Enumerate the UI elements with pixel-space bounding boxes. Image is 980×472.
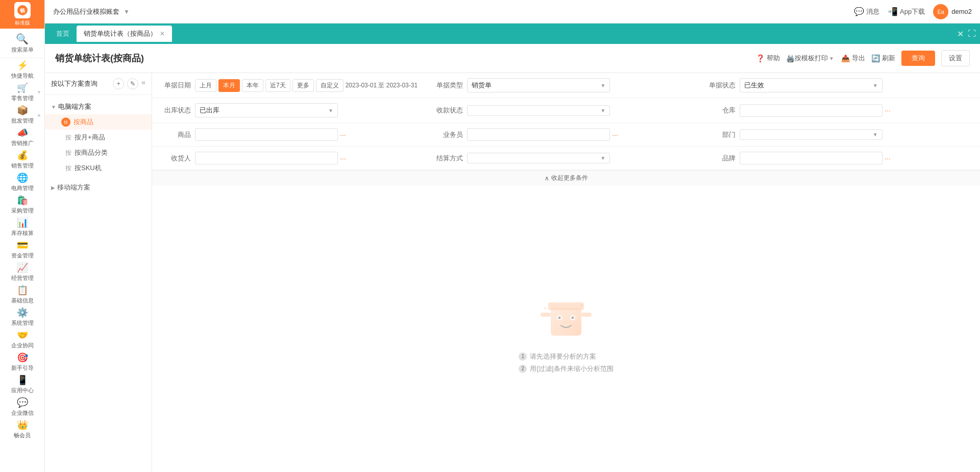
inventory-icon: 📊 — [17, 217, 28, 228]
add-scheme-btn[interactable]: + — [113, 78, 124, 89]
tree-item-by-sku[interactable]: 按 按SKU机 — [45, 160, 152, 176]
sidebar-item-retail[interactable]: 🛒 零售管理 ▼ — [0, 81, 45, 103]
settings-btn[interactable]: 设置 — [941, 50, 970, 66]
status-filter-cell: 单据状态 已生效 ▼ — [705, 78, 972, 92]
product-browse-icon[interactable]: ··· — [340, 131, 346, 139]
user-profile[interactable]: Ea demo2 — [933, 4, 972, 19]
svg-text:✦: ✦ — [543, 305, 547, 311]
print-label: 按模板打印 — [795, 54, 828, 63]
desktop-section-header[interactable]: ▼ 电脑端方案 — [45, 99, 152, 114]
by-sku-label: 按SKU机 — [75, 163, 102, 173]
sidebar-item-inventory[interactable]: 📊 库存核算 — [0, 216, 45, 238]
date-this-month-btn[interactable]: 本月 — [218, 79, 240, 92]
product-input-wrapper: ··· — [195, 128, 427, 141]
refresh-btn[interactable]: 🔄 刷新 — [871, 54, 895, 63]
salesperson-browse-icon[interactable]: ··· — [612, 131, 618, 139]
product-filter-cell: 商品 ··· — [160, 128, 427, 141]
print-dropdown-icon[interactable]: ▼ — [828, 56, 835, 61]
empty-tips: 1 请先选择要分析的方案 2 用[过滤]条件来缩小分析范围 — [519, 352, 613, 373]
payment-status-select[interactable]: ▼ — [467, 105, 610, 116]
message-btn[interactable]: 💬 消息 — [854, 7, 879, 16]
sidebar-item-wechat[interactable]: 💬 企业微信 — [0, 395, 45, 418]
export-btn[interactable]: 📤 导出 — [841, 54, 865, 63]
member-label: 畅会员 — [14, 432, 31, 439]
date-7days-btn[interactable]: 近7天 — [265, 79, 290, 92]
collapse-panel-icon[interactable]: « — [141, 78, 145, 89]
tab-stats[interactable]: 销货单统计表（按商品） ✕ — [77, 26, 172, 42]
sidebar-item-basic[interactable]: 📋 基础信息 — [0, 283, 45, 305]
storage-input-wrapper: ··· — [740, 104, 972, 117]
warehouse-dropdown-icon: ▼ — [328, 108, 333, 113]
sidebar-item-sales[interactable]: 💰 销售管理 — [0, 148, 45, 171]
wholesale-label: 批发管理 — [11, 117, 34, 125]
search-menu-item[interactable]: 🔍 搜索菜单 — [0, 29, 45, 58]
logo-icon: 畅 — [14, 2, 31, 18]
date-last-month-btn[interactable]: 上月 — [195, 79, 216, 92]
tab-home[interactable]: 首页 — [49, 26, 77, 42]
salesperson-filter-cell: 业务员 ··· — [432, 128, 699, 141]
payment-method-select[interactable]: ▼ — [467, 153, 610, 163]
payment-method-dropdown-icon: ▼ — [600, 155, 605, 161]
by-month-product-label: 按月+商品 — [75, 133, 105, 142]
sku-icon: 按 — [65, 164, 71, 173]
date-this-year-btn[interactable]: 本年 — [242, 79, 263, 92]
enterprise-label: 企业协同 — [11, 342, 34, 349]
filter-row-2: 出库状态 已出库 ▼ 收款状态 ▼ 仓库 — [152, 98, 980, 123]
product-input[interactable] — [195, 128, 338, 141]
receiver-input[interactable] — [195, 152, 338, 164]
payment-status-filter-cell: 收款状态 ▼ — [432, 103, 699, 117]
storage-input[interactable] — [740, 104, 883, 117]
type-filter-label: 单据类型 — [432, 81, 463, 90]
sidebar-item-enterprise[interactable]: 🤝 企业协同 — [0, 328, 45, 350]
brand-browse-icon[interactable]: ··· — [885, 154, 891, 162]
tab-maximize-icon[interactable]: ⛶ — [968, 29, 976, 38]
search-icon: 🔍 — [16, 33, 29, 45]
sidebar-item-ecommerce[interactable]: 🌐 电商管理 — [0, 171, 45, 193]
workspace-dropdown-icon[interactable]: ▼ — [124, 8, 130, 15]
help-btn[interactable]: ❓ 帮助 — [756, 54, 780, 63]
mobile-section-header[interactable]: ▶ 移动端方案 — [45, 180, 152, 195]
query-btn[interactable]: 查询 — [901, 51, 935, 66]
sidebar-item-operations[interactable]: 📈 经营管理 — [0, 261, 45, 283]
purchase-label: 采购管理 — [11, 207, 34, 215]
status-filter-select[interactable]: 已生效 ▼ — [740, 78, 883, 92]
operations-icon: 📈 — [17, 262, 28, 273]
collapse-more-btn[interactable]: ∧ 收起更多条件 — [152, 170, 980, 185]
left-panel: 按以下方案查询 + ✎ « ▼ 电脑端方案 — [45, 73, 152, 472]
receiver-browse-icon[interactable]: ··· — [340, 154, 346, 162]
sidebar-item-member[interactable]: 👑 畅会员 — [0, 418, 45, 440]
edit-scheme-btn[interactable]: ✎ — [127, 78, 138, 89]
retail-arrow-icon: ▼ — [37, 89, 42, 95]
app-center-label: 应用中心 — [11, 387, 34, 394]
sidebar-item-app-center[interactable]: 📱 应用中心 — [0, 373, 45, 395]
product-filter-label: 商品 — [160, 130, 191, 139]
tab-close-icon[interactable]: ✕ — [160, 30, 165, 37]
salesperson-input[interactable] — [467, 128, 610, 141]
date-more-btn[interactable]: 更多 — [292, 79, 314, 92]
warehouse-filter-select[interactable]: 已出库 ▼ — [195, 103, 338, 117]
tree-item-by-product[interactable]: 按 按商品 — [45, 114, 152, 130]
print-btn[interactable]: 🖨️ 按模板打印 ▼ — [786, 54, 835, 63]
sidebar-item-finance[interactable]: 💳 资金管理 — [0, 238, 45, 261]
type-filter-select[interactable]: 销货单 ▼ — [467, 78, 610, 92]
storage-browse-icon[interactable]: ··· — [885, 106, 891, 114]
tab-close-all-icon[interactable]: ✕ — [957, 29, 964, 39]
sidebar-item-marketing[interactable]: 📣 营销推广 — [0, 126, 45, 148]
tab-home-label: 首页 — [56, 29, 69, 38]
payment-status-label: 收款状态 — [432, 106, 463, 115]
marketing-label: 营销推广 — [11, 139, 34, 147]
date-custom-btn[interactable]: 自定义 — [316, 79, 344, 92]
department-filter-select[interactable]: ▼ — [740, 129, 883, 140]
sidebar-item-quick-nav[interactable]: ⚡ 快捷导航 — [0, 58, 45, 81]
app-download-btn[interactable]: 📲 App下载 — [888, 7, 925, 16]
filter-row-3: 商品 ··· 业务员 ··· 部门 — [152, 123, 980, 147]
sidebar-item-purchase[interactable]: 🛍️ 采购管理 — [0, 193, 45, 216]
sidebar-item-system[interactable]: ⚙️ 系统管理 — [0, 305, 45, 328]
tree-item-by-month-product[interactable]: 按 按月+商品 — [45, 130, 152, 145]
sidebar-item-guide[interactable]: 🎯 新手引导 — [0, 350, 45, 373]
brand-input[interactable] — [740, 152, 883, 164]
storage-filter-label: 仓库 — [705, 106, 736, 115]
tree-item-by-category[interactable]: 按 按商品分类 — [45, 145, 152, 160]
sidebar-item-wholesale[interactable]: 📦 批发管理 ▲ — [0, 103, 45, 126]
date-filter-group: 上月 本月 本年 近7天 更多 自定义 2023-03-01 至 2023-03… — [195, 79, 418, 92]
